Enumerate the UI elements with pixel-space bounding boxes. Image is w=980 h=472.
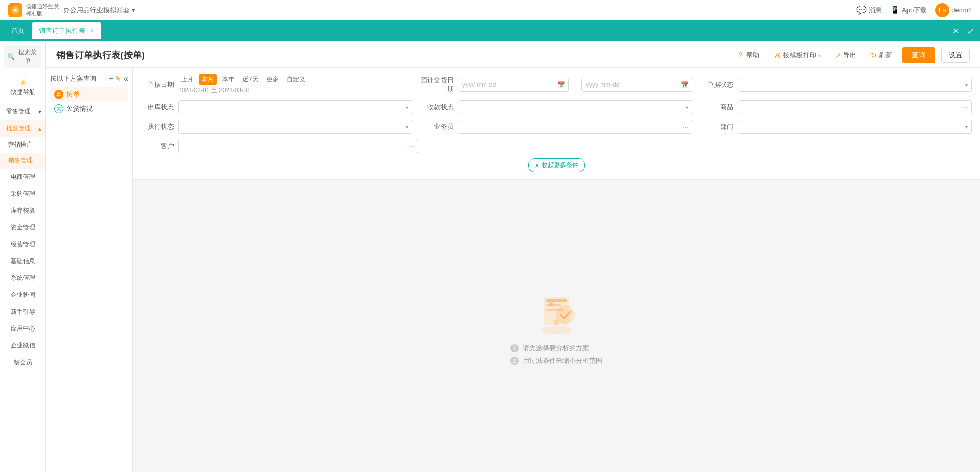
out-status-arrow: ▾	[406, 105, 408, 110]
tab-home[interactable]: 首页	[4, 22, 32, 39]
sidebar-item-sales[interactable]: 销售管理	[0, 153, 45, 169]
scheme-item-欠货情况[interactable]: 欠 欠货情况	[50, 102, 128, 116]
date-range-text: 2023-03-01 至 2023-03-31	[178, 86, 412, 95]
refresh-btn[interactable]: ↻ 刷新	[867, 49, 896, 62]
breadcrumb-selector[interactable]: 办公用品行业模拟账套 ▾	[63, 6, 135, 15]
date-tag-上月[interactable]: 上月	[178, 74, 197, 85]
expected-date-label: 预计交货日期	[421, 76, 454, 94]
customer-label: 客户	[141, 141, 174, 151]
sidebar-item-enterprise[interactable]: 企业协同	[0, 287, 45, 303]
collection-status-select[interactable]: ▾	[458, 100, 692, 114]
search-label: 搜索菜单	[17, 48, 38, 65]
sidebar-item-ecommerce[interactable]: 电商管理	[0, 169, 45, 185]
step-num-2: 2	[510, 357, 519, 365]
message-action[interactable]: 💬 消息	[856, 5, 882, 15]
date-quick-btns: 上月 本月 本年 近7天 更多 自定义	[178, 74, 412, 85]
date-tag-自定义[interactable]: 自定义	[284, 74, 308, 85]
scheme-actions: + ✎ «	[109, 74, 128, 83]
collapse-btn[interactable]: ∧ 收起更多条件	[528, 158, 585, 172]
date-tag-近7天[interactable]: 近7天	[239, 74, 261, 85]
help-btn[interactable]: ？ 帮助	[733, 49, 764, 62]
tab-home-label: 首页	[11, 26, 24, 35]
empty-icon	[531, 287, 582, 338]
customer-select[interactable]: ···	[178, 139, 418, 153]
salesperson-select[interactable]: ···	[458, 120, 692, 134]
help-label: 帮助	[746, 51, 760, 60]
logo-area: 畅捷通好生意 标准版	[8, 3, 59, 17]
refresh-label: 刷新	[879, 51, 892, 60]
print-btn[interactable]: 🖨 按模板打印 ▾	[770, 49, 825, 62]
expected-date-start[interactable]: yyyy-mm-dd 📅	[458, 78, 569, 92]
scheme-add-btn[interactable]: +	[109, 74, 113, 83]
sidebar-item-finance[interactable]: 资金管理	[0, 219, 45, 236]
date-end-placeholder: yyyy-mm-dd	[586, 81, 619, 88]
print-arrow: ▾	[818, 53, 821, 58]
sidebar-item-marketing[interactable]: 营销推广	[0, 137, 45, 153]
salesperson-control: ···	[458, 120, 692, 134]
user-name: demo2	[951, 6, 972, 14]
export-btn[interactable]: ↗ 导出	[831, 49, 861, 62]
sidebar-item-basic[interactable]: 基础信息	[0, 253, 45, 270]
sidebar-item-retail[interactable]: 零售管理 ▾	[0, 103, 45, 120]
expected-date-control: yyyy-mm-dd 📅 — yyyy-mm-dd 📅	[458, 78, 692, 92]
date-tag-本月[interactable]: 本月	[199, 74, 217, 85]
tab-bar: 首页 销售订单执行表 × ✕ ⤢	[0, 20, 980, 41]
app-download-action[interactable]: 📱 App下载	[890, 6, 927, 15]
user-action[interactable]: Ea demo2	[935, 3, 972, 17]
sidebar: 🔍 搜索菜单 ⚡ 快捷导航 零售管理 ▾ 批发管理 ▴ 营销推广 销售管理	[0, 41, 46, 472]
sidebar-search-btn[interactable]: 🔍 搜索菜单	[4, 45, 41, 68]
guide-label: 新手引导	[11, 308, 35, 316]
sidebar-item-apps[interactable]: 应用中心	[0, 320, 45, 337]
system-label: 系统管理	[11, 274, 35, 282]
status-select[interactable]: ▾	[738, 78, 972, 92]
tab-expand-btn[interactable]: ⤢	[965, 24, 976, 38]
scheme-collapse-btn[interactable]: «	[124, 74, 128, 83]
filter-status-item: 单据状态 ▾	[700, 78, 972, 92]
scheme-item-按单[interactable]: 单 按单	[50, 87, 128, 102]
collection-status-control: ▾	[458, 100, 692, 114]
retail-arrow: ▾	[38, 108, 41, 115]
step-num-1: 1	[510, 344, 519, 352]
message-icon: 💬	[856, 5, 867, 15]
scheme-icon-按单: 单	[54, 90, 63, 99]
settings-btn[interactable]: 设置	[941, 48, 970, 63]
sidebar-item-purchase[interactable]: 采购管理	[0, 185, 45, 202]
sidebar-item-inventory[interactable]: 库存核算	[0, 202, 45, 219]
date-tag-更多[interactable]: 更多	[263, 74, 282, 85]
calendar-start-icon: 📅	[557, 81, 565, 88]
sidebar-item-shortcuts[interactable]: ⚡ 快捷导航	[0, 75, 45, 101]
date-tag-本年[interactable]: 本年	[219, 74, 237, 85]
salesperson-dots-icon: ···	[683, 123, 688, 131]
inventory-label: 库存核算	[11, 206, 35, 215]
scheme-edit-btn[interactable]: ✎	[115, 75, 121, 83]
scheme-label-欠货情况: 欠货情况	[66, 104, 93, 113]
logo-text-line1: 畅捷通好生意	[26, 3, 59, 10]
empty-state: 1 请先选择要分析的方案 2 用过滤条件来缩小分析范围	[480, 256, 633, 396]
dept-select[interactable]: ▾	[738, 120, 972, 134]
tab-close-icon[interactable]: ×	[90, 27, 94, 34]
scheme-icon-欠货情况: 欠	[54, 104, 63, 113]
sidebar-item-wechat[interactable]: 企业微信	[0, 337, 45, 354]
expected-date-end[interactable]: yyyy-mm-dd 📅	[581, 78, 692, 92]
search-icon: 🔍	[7, 53, 15, 60]
sidebar-item-operation[interactable]: 经营管理	[0, 236, 45, 253]
out-status-label: 出库状态	[141, 103, 174, 112]
sidebar-item-member[interactable]: 畅会员	[0, 354, 45, 371]
customer-control: ···	[178, 139, 418, 153]
filter-row-1: 单据日期 上月 本月 本年 近7天 更多 自定义 20	[141, 74, 972, 95]
sidebar-item-wholesale[interactable]: 批发管理 ▴	[0, 120, 45, 137]
tab-close-btn[interactable]: ✕	[950, 24, 961, 38]
exec-status-select[interactable]: ▾	[178, 120, 412, 134]
sidebar-items: 零售管理 ▾ 批发管理 ▴ 营销推广 销售管理 电商管理 采购管理 库存核算	[0, 103, 45, 371]
goods-select[interactable]: ···	[738, 100, 972, 114]
tab-active[interactable]: 销售订单执行表 ×	[32, 22, 101, 39]
app-download-label: App下载	[902, 6, 927, 15]
status-select-arrow: ▾	[965, 82, 968, 87]
out-status-select[interactable]: ▾	[178, 100, 412, 114]
exec-status-arrow: ▾	[406, 124, 408, 130]
search-btn[interactable]: 查询	[902, 47, 935, 63]
phone-icon: 📱	[890, 6, 900, 15]
dept-label: 部门	[700, 122, 733, 131]
sidebar-item-guide[interactable]: 新手引导	[0, 303, 45, 320]
sidebar-item-system[interactable]: 系统管理	[0, 270, 45, 287]
